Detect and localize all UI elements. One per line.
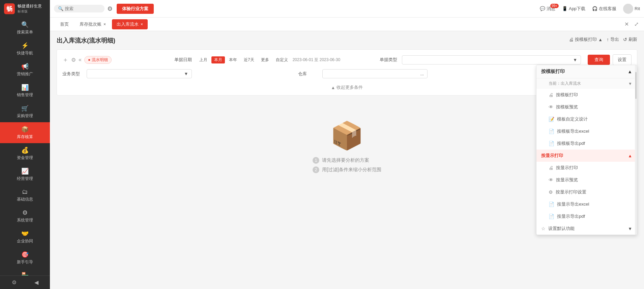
close-tab-icon[interactable]: ✕ xyxy=(622,20,632,29)
display-section-arrow: ▲ xyxy=(628,153,632,158)
message-icon: 💬 xyxy=(540,6,545,11)
sidebar-item-marketing[interactable]: 📢 营销推广 xyxy=(0,59,50,80)
sidebar-item-system[interactable]: ⚙ 系统管理 xyxy=(0,206,50,227)
display-section-label: 按显示打印 xyxy=(541,153,563,159)
quick-nav-icon: ⚡ xyxy=(21,42,29,49)
preview-template-item-label: 按模板预览 xyxy=(556,104,578,110)
date-last-month[interactable]: 上月 xyxy=(197,56,210,63)
tab-batch[interactable]: 库存批次账 × xyxy=(75,19,111,29)
tab-home-label: 首页 xyxy=(60,21,69,27)
trial-button[interactable]: 体验行业方案 xyxy=(117,4,154,14)
refresh-label: 刷新 xyxy=(628,36,637,43)
type-select-arrow: ▼ xyxy=(573,57,577,62)
refresh-button[interactable]: ↺ 刷新 xyxy=(623,36,637,43)
export-icon: ↑ xyxy=(607,37,609,42)
sidebar-item-label-cooperation: 企业协同 xyxy=(17,238,33,244)
inventory-icon: 📦 xyxy=(21,126,29,133)
empty-icon: 📦 xyxy=(330,120,364,152)
online-service-label: 在线客服 xyxy=(599,6,616,12)
scrollbar-track xyxy=(635,65,637,235)
sidebar-item-inventory[interactable]: 📦 库存核算 xyxy=(0,122,50,143)
sidebar-item-sales[interactable]: 📊 销售管理 xyxy=(0,80,50,101)
sidebar-item-finance[interactable]: 💰 资金管理 xyxy=(0,143,50,164)
filter-settings-btn[interactable]: ⚙ xyxy=(71,57,76,63)
export-excel-template-item[interactable]: 📄 按模板导出excel xyxy=(536,125,637,137)
export-pdf-template-item[interactable]: 📄 按模板导出pdf xyxy=(536,137,637,150)
date-custom[interactable]: 自定义 xyxy=(273,56,291,63)
user-profile[interactable]: Rit xyxy=(623,4,640,14)
print-template-item-label: 按模板打印 xyxy=(556,92,578,98)
tab-flow[interactable]: 出入库流水 × xyxy=(112,19,148,29)
filter-type-select[interactable]: ▼ xyxy=(402,55,581,64)
set-default-item[interactable]: ☆ 设置默认功能 ▼ xyxy=(536,222,637,235)
tab-batch-close[interactable]: × xyxy=(104,22,106,26)
settings-display-item[interactable]: ⚙ 按显示打印设置 xyxy=(536,186,637,198)
edit-icon: 📝 xyxy=(549,116,554,122)
marketing-icon: 📢 xyxy=(21,63,29,70)
headset-icon: 🎧 xyxy=(592,6,597,11)
filter-tag-dot: ● xyxy=(88,57,90,62)
printer-icon: 🖨 xyxy=(549,92,553,98)
sidebar-item-basic[interactable]: 🗂 基础信息 xyxy=(0,185,50,206)
filter-tag[interactable]: ● 流水明细 xyxy=(84,56,112,64)
date-this-month[interactable]: 本月 xyxy=(211,56,225,63)
expand-icon[interactable]: ⤢ xyxy=(634,21,639,27)
sidebar-item-purchase[interactable]: 🛒 采购管理 xyxy=(0,101,50,122)
tab-home[interactable]: 首页 xyxy=(55,19,74,29)
app-download-label: App下载 xyxy=(569,6,585,12)
export-pdf-display-item[interactable]: 📄 按显示导出pdf xyxy=(536,210,637,222)
settings-icon[interactable]: ⚙ xyxy=(12,279,17,286)
date-more[interactable]: 更多 xyxy=(258,56,272,63)
message-button[interactable]: 💬 消息 99+ xyxy=(540,6,555,12)
step2-num: 2 xyxy=(313,166,319,173)
sidebar-item-label-operations: 经营管理 xyxy=(17,176,33,182)
export-excel-display-item[interactable]: 📄 按显示导出excel xyxy=(536,198,637,210)
default-arrow: ▼ xyxy=(628,226,632,231)
topbar: 🔍 ⚙ 体验行业方案 💬 消息 99+ 📱 App下载 🎧 在线客服 Rit xyxy=(50,0,644,18)
dropdown-collapse-icon[interactable]: ▲ xyxy=(627,69,632,74)
warehouse-more-icon[interactable]: ... xyxy=(420,71,424,76)
sidebar-item-search[interactable]: 🔍 搜索菜单 xyxy=(0,18,50,38)
filter-add-btn[interactable]: ＋ xyxy=(62,56,68,64)
collapse-sidebar-icon[interactable]: ◀ xyxy=(34,279,38,286)
query-button[interactable]: 查询 xyxy=(588,55,610,65)
print-template-label: 按模板打印 xyxy=(575,36,597,43)
sidebar-item-guide[interactable]: 🎯 新手引导 xyxy=(0,247,50,268)
search-box[interactable]: 🔍 xyxy=(54,5,105,12)
set-default-label: 设置默认功能 xyxy=(548,226,575,232)
printer2-icon: 🖨 xyxy=(549,165,553,170)
gear-icon[interactable]: ⚙ xyxy=(107,5,113,12)
app-version: 标准版 xyxy=(18,9,42,14)
dropdown-current[interactable]: 当前：出入库流水 ▼ xyxy=(536,78,637,89)
cooperation-icon: 🤝 xyxy=(21,230,29,237)
sidebar-item-appstore[interactable]: 🏪 应用中心 xyxy=(0,268,50,275)
filter-warehouse-input[interactable]: ... xyxy=(322,69,428,78)
online-service-button[interactable]: 🎧 在线客服 xyxy=(592,6,616,12)
date-7days[interactable]: 近7天 xyxy=(241,56,257,63)
sidebar-item-quick-nav[interactable]: ⚡ 快捷导航 xyxy=(0,38,50,59)
preview-display-item[interactable]: 👁 按显示预览 xyxy=(536,174,637,186)
date-this-year[interactable]: 本年 xyxy=(226,56,240,63)
sidebar-item-cooperation[interactable]: 🤝 企业协同 xyxy=(0,227,50,247)
custom-template-item[interactable]: 📝 模板自定义设计 xyxy=(536,113,637,125)
export-excel-template-label: 按模板导出excel xyxy=(557,128,589,134)
custom-template-item-label: 模板自定义设计 xyxy=(557,116,588,122)
empty-step-2: 2 用[过滤]条件来缩小分析范围 xyxy=(313,166,381,173)
print-display-item[interactable]: 🖨 按显示打印 xyxy=(536,162,637,174)
preview-template-item[interactable]: 👁 按模板预览 xyxy=(536,101,637,113)
scrollbar-thumb[interactable] xyxy=(635,72,637,99)
export-button[interactable]: ↑ 导出 xyxy=(607,36,619,43)
print-template-item[interactable]: 🖨 按模板打印 xyxy=(536,89,637,101)
display-section-header[interactable]: 按显示打印 ▲ xyxy=(536,150,637,162)
print-template-button[interactable]: 🖨 按模板打印 ▲ xyxy=(569,36,603,43)
filter-tag-label: 流水明细 xyxy=(92,57,108,63)
settings-button[interactable]: 设置 xyxy=(613,54,632,65)
preview2-icon: 👁 xyxy=(549,177,553,183)
filter-collapse-btn[interactable]: « xyxy=(79,57,82,63)
filter-biztype-select[interactable]: ▼ xyxy=(87,69,192,78)
sidebar-item-label-basic: 基础信息 xyxy=(17,196,33,202)
app-download-button[interactable]: 📱 App下载 xyxy=(562,6,585,12)
search-input[interactable] xyxy=(65,6,100,11)
tab-flow-close[interactable]: × xyxy=(141,22,143,26)
sidebar-item-operations[interactable]: 📈 经营管理 xyxy=(0,164,50,185)
